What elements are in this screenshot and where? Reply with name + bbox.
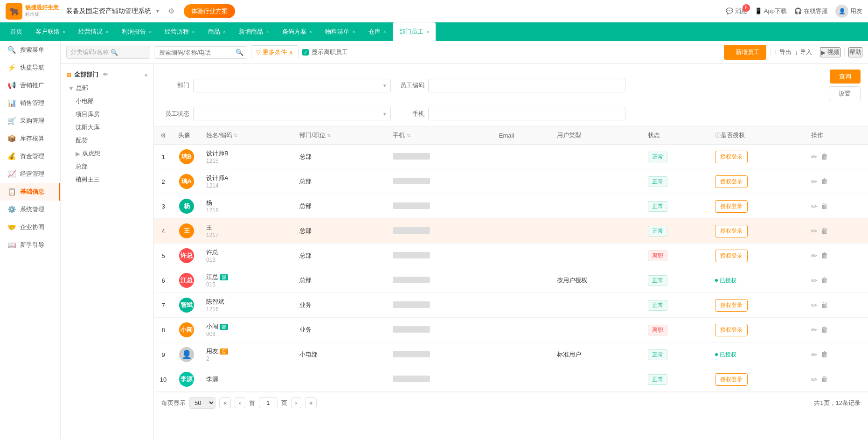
filter-dept-select[interactable] xyxy=(193,79,391,92)
close-icon[interactable]: × xyxy=(309,29,312,35)
sidebar-item-biz[interactable]: 📈 经营管理 xyxy=(0,165,60,183)
delete-icon[interactable]: 🗑 xyxy=(821,177,828,186)
prev-page-btn[interactable]: ‹ xyxy=(235,397,245,408)
delete-icon[interactable]: 🗑 xyxy=(821,153,828,161)
dept-node-project[interactable]: 项目库房 xyxy=(61,108,153,121)
delete-icon[interactable]: 🗑 xyxy=(821,276,828,285)
edit-icon[interactable]: ✏ xyxy=(811,301,817,310)
edit-icon[interactable]: ✏ xyxy=(811,177,817,186)
edit-dept-icon[interactable]: ✏ xyxy=(103,71,108,78)
close-icon[interactable]: × xyxy=(62,29,65,35)
filter-emp-code-input[interactable] xyxy=(428,79,626,92)
auth-login-button[interactable]: 授权登录 xyxy=(715,299,748,312)
first-page-btn[interactable]: « xyxy=(219,397,231,408)
nav-goods[interactable]: 商品 × xyxy=(201,22,232,41)
auth-login-button[interactable]: 授权登录 xyxy=(715,175,748,188)
nav-warehouse[interactable]: 仓库 × xyxy=(362,22,393,41)
search-icon-btn[interactable]: 🔍 xyxy=(236,49,243,56)
dept-node-zongbu[interactable]: 总部 xyxy=(61,160,153,173)
sidebar-item-sales[interactable]: 📊 销售管理 xyxy=(0,94,60,112)
edit-icon[interactable]: ✏ xyxy=(811,350,817,359)
delete-icon[interactable]: 🗑 xyxy=(821,202,828,211)
last-page-btn[interactable]: » xyxy=(305,397,317,408)
sidebar-item-collab[interactable]: 🤝 企业协同 xyxy=(0,218,60,236)
dropdown-arrow-icon[interactable]: ▼ xyxy=(155,8,160,14)
show-resigned-toggle[interactable]: ✓ 显示离职员工 xyxy=(302,48,348,56)
sidebar-item-nav[interactable]: ⚡ 快捷导航 xyxy=(0,59,60,77)
app-download-btn[interactable]: 📱 App下载 xyxy=(755,7,787,15)
import-button[interactable]: ↓ 导入 xyxy=(795,48,812,56)
delete-icon[interactable]: 🗑 xyxy=(821,301,828,310)
nav-home[interactable]: 首页 xyxy=(4,22,29,41)
delete-icon[interactable]: 🗑 xyxy=(821,350,828,359)
sidebar-item-system[interactable]: ⚙️ 系统管理 xyxy=(0,201,60,218)
close-icon[interactable]: × xyxy=(149,29,152,35)
auth-login-button[interactable]: 授权登录 xyxy=(715,324,748,336)
sidebar-item-basic[interactable]: 📋 基础信息 xyxy=(0,183,60,201)
user-area[interactable]: 👤 用友 xyxy=(835,5,862,18)
dept-node-shuanghu[interactable]: ▶ 双虎想 xyxy=(61,147,153,160)
dept-node-xiaodibu[interactable]: 小电部 xyxy=(61,95,153,108)
col-mobile[interactable]: 手机 ⇅ xyxy=(387,126,493,145)
nav-department[interactable]: 部门员工 × xyxy=(393,22,436,41)
col-name-code[interactable]: 姓名/编码 ⇅ xyxy=(201,126,294,145)
close-icon[interactable]: × xyxy=(192,29,194,35)
auth-login-button[interactable]: 授权登录 xyxy=(715,373,748,386)
page-number-input[interactable] xyxy=(259,397,278,408)
online-service-btn[interactable]: 🎧 在线客服 xyxy=(794,7,828,15)
delete-icon[interactable]: 🗑 xyxy=(821,227,828,236)
more-filter-btn[interactable]: ▽ 更多条件 ∧ xyxy=(251,45,299,59)
edit-icon[interactable]: ✏ xyxy=(811,375,817,384)
close-icon[interactable]: × xyxy=(352,29,355,35)
employee-search-input[interactable] xyxy=(154,46,247,59)
edit-icon[interactable]: ✏ xyxy=(811,227,817,236)
auth-login-button[interactable]: 授权登录 xyxy=(715,151,748,163)
sidebar-item-inventory[interactable]: 📦 库存核算 xyxy=(0,130,60,147)
sidebar-item-purchase[interactable]: 🛒 采购管理 xyxy=(0,112,60,130)
delete-icon[interactable]: 🗑 xyxy=(821,251,828,260)
all-dept-header[interactable]: ⊞ 全部部门 ✏ « xyxy=(61,68,153,82)
dept-node-zhishu[interactable]: 植树王三 xyxy=(61,173,153,186)
video-button[interactable]: ▶ 视频 xyxy=(820,47,840,57)
nav-history[interactable]: 经营历程 × xyxy=(158,22,201,41)
sidebar-item-search[interactable]: 🔍 搜索菜单 xyxy=(0,41,60,59)
dept-node-peihuo[interactable]: 配货 xyxy=(61,134,153,147)
sidebar-item-guide[interactable]: 📖 新手引导 xyxy=(0,236,60,254)
dept-node-shenyang[interactable]: 沈阳大库 xyxy=(61,121,153,134)
auth-login-button[interactable]: 授权登录 xyxy=(715,250,748,262)
close-icon[interactable]: × xyxy=(266,29,269,35)
page-size-select[interactable]: 50 10 20 100 xyxy=(189,397,215,409)
dept-node-root[interactable]: ▼ 总部 xyxy=(61,82,153,95)
col-settings[interactable]: ⚙ xyxy=(154,126,173,145)
message-btn[interactable]: 💬 消息 6 xyxy=(726,7,747,15)
auth-login-button[interactable]: 授权登录 xyxy=(715,225,748,237)
delete-icon[interactable]: 🗑 xyxy=(821,375,828,384)
next-page-btn[interactable]: › xyxy=(291,397,301,408)
add-employee-button[interactable]: + 新增员工 xyxy=(724,45,766,60)
nav-profit[interactable]: 利润报告 × xyxy=(115,22,158,41)
edit-icon[interactable]: ✏ xyxy=(811,276,817,285)
filter-mobile-input[interactable] xyxy=(428,107,626,120)
nav-barcode[interactable]: 条码方案 × xyxy=(276,22,319,41)
sidebar-item-marketing[interactable]: 📢 营销推广 xyxy=(0,77,60,94)
filter-search-button[interactable]: 查询 xyxy=(830,70,861,84)
sidebar-item-finance[interactable]: 💰 资金管理 xyxy=(0,147,60,165)
edit-icon[interactable]: ✏ xyxy=(811,326,817,334)
nav-operation[interactable]: 经营情况 × xyxy=(72,22,115,41)
close-icon-active[interactable]: × xyxy=(426,29,429,35)
close-icon[interactable]: × xyxy=(383,29,386,35)
edit-icon[interactable]: ✏ xyxy=(811,202,817,211)
filter-set-button[interactable]: 设置 xyxy=(829,86,861,101)
filter-status-select[interactable] xyxy=(193,107,391,120)
close-icon[interactable]: × xyxy=(105,29,108,35)
dept-search-icon[interactable]: 🔍 xyxy=(111,49,118,56)
close-icon[interactable]: × xyxy=(223,29,226,35)
nav-add-goods[interactable]: 新增商品 × xyxy=(232,22,275,41)
export-button[interactable]: ↑ 导出 xyxy=(774,48,792,56)
info-icon[interactable]: ⓘ xyxy=(715,132,721,139)
nav-bom[interactable]: 物料清单 × xyxy=(319,22,361,41)
help-button[interactable]: 帮助 xyxy=(848,47,862,57)
auth-login-button[interactable]: 授权登录 xyxy=(715,200,748,213)
delete-icon[interactable]: 🗑 xyxy=(821,326,828,334)
edit-icon[interactable]: ✏ xyxy=(811,153,817,161)
